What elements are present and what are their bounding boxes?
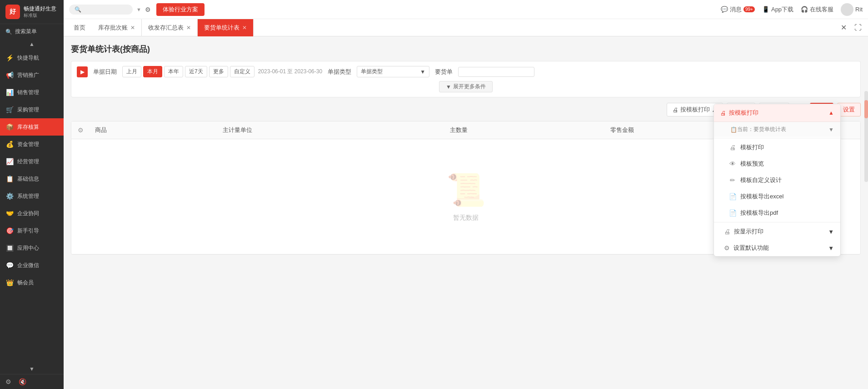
sidebar-item-appstore[interactable]: 🔲 应用中心 bbox=[0, 239, 64, 257]
mute-icon[interactable]: 🔇 bbox=[19, 378, 26, 385]
date-btn-this-month[interactable]: 本月 bbox=[143, 66, 162, 77]
col-settings-header: ⚙ bbox=[71, 121, 90, 139]
sidebar-item-collab[interactable]: 🤝 企业协同 bbox=[0, 205, 64, 222]
tabbar-close-icon[interactable]: ✕ bbox=[837, 21, 850, 34]
sidebar-search[interactable]: 🔍 搜索菜单 bbox=[0, 24, 64, 39]
settings-bottom-icon[interactable]: ⚙ bbox=[5, 378, 11, 385]
tab-home[interactable]: 首页 bbox=[67, 19, 92, 36]
sidebar-item-inventory[interactable]: 📦 库存核算 bbox=[0, 118, 64, 136]
tab-collection-summary[interactable]: 收发存汇总表 ✕ bbox=[142, 19, 198, 36]
sidebar-bottom: ⚙ 🔇 bbox=[0, 374, 64, 389]
date-btn-this-year[interactable]: 本年 bbox=[164, 66, 183, 77]
sidebar-item-purchase[interactable]: 🛒 采购管理 bbox=[0, 101, 64, 118]
sidebar-scroll-down[interactable]: ▼ bbox=[29, 366, 35, 372]
dropdown-item-set-default[interactable]: ⚙ 设置默认功能 ▼ bbox=[714, 240, 840, 256]
sidebar-scroll-up[interactable]: ▲ bbox=[29, 41, 35, 47]
printer-icon: 🖨 bbox=[673, 106, 678, 113]
goods-filter-input[interactable] bbox=[458, 67, 534, 77]
user-avatar-btn[interactable]: Rit bbox=[841, 3, 863, 16]
display-print-icon: 🖨 bbox=[724, 228, 730, 235]
sidebar-logo: 好 畅捷通好生意 标准版 bbox=[0, 0, 64, 24]
page-title: 要货单统计表(按商品) bbox=[71, 44, 861, 55]
topbar-right: 💬 消息 99+ 📱 App下载 🎧 在线客服 Rit bbox=[721, 3, 863, 16]
select-chevron-icon: ▼ bbox=[420, 69, 425, 75]
sidebar-item-wechat[interactable]: 💬 企业微信 bbox=[0, 257, 64, 274]
topbar-chevron-icon[interactable]: ▼ bbox=[136, 7, 141, 12]
member-icon: 👑 bbox=[5, 278, 14, 287]
sidebar-item-member[interactable]: 👑 畅会员 bbox=[0, 274, 64, 291]
print-template-dropdown: 🖨 按模板打印 ▲ 📋 当前：要货单统计表 ▼ 🖨 模板打印 � bbox=[713, 104, 841, 257]
topbar-gear-icon[interactable]: ⚙ bbox=[145, 6, 151, 13]
template-icon: 📋 bbox=[730, 126, 737, 133]
topbar: 🔍 ▼ ⚙ 体验行业方案 💬 消息 99+ 📱 App下载 🎧 在线客服 Rit bbox=[64, 0, 868, 19]
empty-message: 暂无数据 bbox=[453, 214, 479, 222]
dropdown-item-export-excel[interactable]: 📄 按模板导出excel bbox=[714, 188, 840, 205]
sidebar-item-sales[interactable]: 📊 销售管理 bbox=[0, 84, 64, 101]
date-filter-label: 单据日期 bbox=[93, 68, 117, 76]
sidebar-item-finance[interactable]: 💰 资金管理 bbox=[0, 136, 64, 153]
dropdown-divider-2 bbox=[714, 222, 840, 222]
dropdown-current-template[interactable]: 📋 当前：要货单统计表 ▼ bbox=[714, 122, 840, 137]
guide-icon: 🎯 bbox=[5, 227, 14, 235]
tab-inventory-batch[interactable]: 库存批次账 ✕ bbox=[92, 19, 142, 36]
app-logo-icon: 好 bbox=[5, 5, 20, 19]
date-btn-last-month[interactable]: 上月 bbox=[122, 66, 141, 77]
col-goods-header: 商品 bbox=[90, 121, 217, 139]
expand-more-btn[interactable]: ▼ 展开更多条件 bbox=[439, 81, 493, 92]
order-goods-label: 要货单 bbox=[435, 68, 453, 76]
messages-btn[interactable]: 💬 消息 99+ bbox=[721, 5, 755, 14]
tab-order-summary-close[interactable]: ✕ bbox=[242, 25, 247, 31]
trial-btn[interactable]: 体验行业方案 bbox=[156, 3, 205, 16]
app-download-btn[interactable]: 📱 App下载 bbox=[762, 5, 793, 14]
set-default-chevron: ▼ bbox=[828, 245, 834, 252]
quick-nav-icon: ⚡ bbox=[5, 54, 14, 62]
filter-expand-btn[interactable]: ▶ bbox=[77, 66, 88, 77]
sidebar-nav: ⚡ 快捷导航 📢 营销推广 📊 销售管理 🛒 采购管理 📦 库存核算 💰 资金管… bbox=[0, 49, 64, 364]
date-btn-7days[interactable]: 近7天 bbox=[185, 66, 207, 77]
purchase-icon: 🛒 bbox=[5, 106, 14, 114]
col-settings-icon[interactable]: ⚙ bbox=[78, 126, 84, 134]
sidebar-item-operation[interactable]: 📈 经营管理 bbox=[0, 153, 64, 170]
date-btn-custom[interactable]: 自定义 bbox=[230, 66, 254, 77]
tabbar-right: ✕ ⛶ bbox=[837, 21, 868, 34]
sidebar-item-system[interactable]: ⚙️ 系统管理 bbox=[0, 187, 64, 205]
dropdown-item-template-preview[interactable]: 👁 模板预览 bbox=[714, 156, 840, 172]
sidebar-item-basic[interactable]: 📋 基础信息 bbox=[0, 170, 64, 187]
tabbar-maximize-icon[interactable]: ⛶ bbox=[852, 21, 864, 34]
marketing-icon: 📢 bbox=[5, 71, 14, 79]
date-buttons: 上月 本月 本年 近7天 更多 自定义 2023-06-01 至 2023-06… bbox=[122, 66, 322, 77]
template-preview-icon: 👁 bbox=[728, 160, 737, 167]
dropdown-item-template-design[interactable]: ✏ 模板自定义设计 bbox=[714, 172, 840, 188]
current-template-chevron: ▼ bbox=[828, 126, 834, 133]
content-area: 要货单统计表(按商品) ▶ 单据日期 上月 本月 本年 近7天 更多 自定义 2… bbox=[64, 36, 868, 389]
download-icon: 📱 bbox=[762, 6, 769, 13]
dropdown-item-template-print[interactable]: 🖨 模板打印 bbox=[714, 139, 840, 156]
dropdown-header-controls: ▲ bbox=[828, 110, 834, 116]
empty-illustration: 📜 bbox=[446, 171, 486, 208]
order-type-select[interactable]: 单据类型 ▼ bbox=[357, 66, 429, 77]
online-service-btn[interactable]: 🎧 在线客服 bbox=[801, 5, 833, 14]
dropdown-collapse-icon[interactable]: ▲ bbox=[828, 110, 834, 116]
app-logo-text: 畅捷通好生意 标准版 bbox=[24, 5, 56, 19]
col-unit-header: 主计量单位 bbox=[217, 121, 444, 139]
dropdown-item-display-print[interactable]: 🖨 按显示打印 ▼ bbox=[714, 223, 840, 240]
scrollbar-thumb[interactable] bbox=[864, 100, 868, 118]
col-qty-header: 主数量 bbox=[444, 121, 605, 139]
order-type-label: 单据类型 bbox=[328, 68, 351, 76]
tab-collection-summary-close[interactable]: ✕ bbox=[186, 25, 191, 31]
date-btn-more[interactable]: 更多 bbox=[209, 66, 228, 77]
sales-icon: 📊 bbox=[5, 88, 14, 96]
wechat-icon: 💬 bbox=[5, 261, 14, 269]
dropdown-item-export-pdf[interactable]: 📄 按模板导出pdf bbox=[714, 205, 840, 221]
main-area: 🔍 ▼ ⚙ 体验行业方案 💬 消息 99+ 📱 App下载 🎧 在线客服 Rit bbox=[64, 0, 868, 389]
sidebar-item-quick-nav[interactable]: ⚡ 快捷导航 bbox=[0, 49, 64, 66]
sidebar-item-guide[interactable]: 🎯 新手引导 bbox=[0, 222, 64, 239]
tab-order-summary[interactable]: 要货单统计表 ✕ bbox=[198, 19, 254, 36]
sidebar-item-marketing[interactable]: 📢 营销推广 bbox=[0, 66, 64, 84]
message-icon: 💬 bbox=[721, 6, 728, 13]
right-scrollbar[interactable] bbox=[864, 91, 868, 182]
set-default-icon: ⚙ bbox=[724, 244, 730, 252]
tab-inventory-batch-close[interactable]: ✕ bbox=[130, 25, 135, 31]
filter-bar: ▶ 单据日期 上月 本月 本年 近7天 更多 自定义 2023-06-01 至 … bbox=[71, 61, 861, 97]
topbar-search-box[interactable]: 🔍 bbox=[69, 5, 133, 15]
